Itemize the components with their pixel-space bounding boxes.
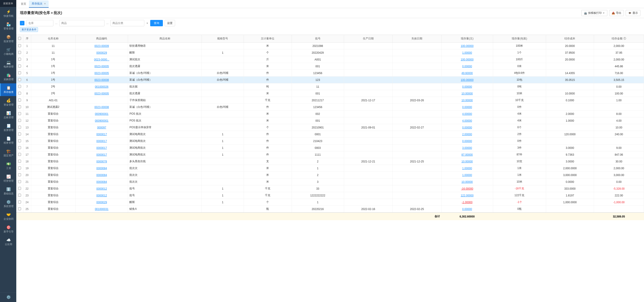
display-button[interactable]: 👁️ 显示	[626, 10, 640, 16]
sidebar-item-ecom[interactable]: 💻 电商管理	[0, 58, 16, 71]
row-checkbox-cell[interactable]	[16, 63, 23, 70]
row-checkbox-cell[interactable]	[16, 179, 23, 185]
row-checkbox[interactable]	[18, 160, 21, 163]
print-button[interactable]: 🖨️ 按模板打印 ▼	[581, 10, 607, 16]
sidebar-item-salary[interactable]: 💵 工资	[0, 160, 16, 172]
row-checkbox[interactable]	[18, 173, 21, 176]
row-checkbox[interactable]	[18, 78, 21, 81]
goods-filter[interactable]	[59, 20, 104, 26]
sidebar-item-inventory[interactable]: 📋 库存核查	[0, 83, 16, 96]
goods-ellipsis[interactable]: ...	[106, 22, 108, 25]
row-checkbox[interactable]	[18, 126, 21, 129]
row-checkbox-cell[interactable]	[16, 206, 23, 213]
row-checkbox-cell[interactable]	[16, 70, 23, 77]
sidebar-item-assets[interactable]: 🏗️ 固定资产	[0, 147, 16, 160]
warehouse-ellipsis[interactable]: ...	[55, 22, 58, 25]
sidebar-item-wholesale[interactable]: 📦 批发管理	[0, 33, 16, 45]
row-checkbox[interactable]	[18, 92, 21, 95]
row-cost: 2,000.0000	[546, 165, 594, 172]
row-checkbox-cell[interactable]	[16, 77, 23, 83]
row-checkbox-cell[interactable]	[16, 192, 23, 199]
row-checkbox[interactable]	[18, 71, 21, 74]
tab-home[interactable]: 首页	[18, 1, 29, 8]
row-checkbox[interactable]	[18, 139, 21, 142]
row-checkbox-cell[interactable]	[16, 124, 23, 131]
expand-conditions[interactable]: 展开更多条件	[20, 27, 38, 32]
warehouse-filter[interactable]	[26, 20, 54, 26]
sidebar-logo[interactable]: 搜索菜单	[0, 0, 16, 7]
row-qty-pkg: 100斤	[493, 56, 546, 63]
row-checkbox-cell[interactable]	[16, 97, 23, 104]
row-checkbox-cell[interactable]	[16, 199, 23, 206]
sidebar-item-ledger[interactable]: 📊 总账管理	[0, 109, 16, 121]
row-checkbox[interactable]	[18, 201, 21, 203]
row-checkbox-cell[interactable]	[16, 185, 23, 192]
select-all-checkbox[interactable]	[18, 37, 21, 40]
sidebar-item-tax[interactable]: 📄 税务管理	[0, 134, 16, 147]
row-checkbox-cell[interactable]	[16, 172, 23, 179]
sidebar-item-small-ecom[interactable]: 🛒 小额电商	[0, 45, 16, 58]
sidebar-item-collab[interactable]: 🤝 企业协同	[0, 210, 16, 223]
row-checkbox-cell[interactable]	[16, 165, 23, 172]
row-checkbox[interactable]	[18, 146, 21, 149]
category-dropdown-icon[interactable]: ▼	[146, 22, 148, 25]
sidebar-settings[interactable]: ⚙️	[0, 293, 16, 302]
search-button[interactable]: 查询	[150, 20, 163, 26]
row-prod-date: 2021-09-01	[344, 124, 392, 131]
filter-expand-arrow[interactable]: ›	[20, 21, 24, 25]
sidebar-item-retail[interactable]: 🏪 零售管理	[0, 20, 16, 33]
col-exp-date: 失效日期	[393, 35, 441, 43]
sidebar-item-system[interactable]: ⚙️ 系统管理	[0, 198, 16, 210]
row-checkbox-cell[interactable]	[16, 131, 23, 138]
row-prod-date	[344, 104, 392, 111]
row-checkbox-cell[interactable]	[16, 158, 23, 165]
row-checkbox-cell[interactable]	[16, 43, 23, 49]
row-checkbox[interactable]	[18, 132, 21, 135]
table-container[interactable]: 序 仓库名称 商品编码 商品名称 规格型号 主计量单位 批号 生产日期 失效日期…	[16, 35, 644, 302]
row-checkbox[interactable]	[18, 180, 21, 183]
sidebar-item-invoice[interactable]: 🧾 发票管理	[0, 121, 16, 134]
expand-btn[interactable]: 展开更多条件	[20, 27, 38, 32]
category-filter[interactable]	[110, 20, 144, 26]
row-qty-main: 0.00000	[441, 104, 493, 111]
sidebar-item-guide[interactable]: 🎯 新手引导	[0, 223, 16, 236]
row-checkbox[interactable]	[18, 112, 21, 115]
row-checkbox-cell[interactable]	[16, 151, 23, 158]
export-button[interactable]: 📤 导出	[609, 10, 624, 16]
row-checkbox[interactable]	[18, 194, 21, 197]
row-unit: 件	[244, 131, 292, 138]
row-checkbox[interactable]	[18, 105, 21, 108]
row-checkbox[interactable]	[18, 153, 21, 156]
row-name: 测试电商批次	[128, 131, 202, 138]
row-checkbox-cell[interactable]	[16, 49, 23, 56]
row-checkbox[interactable]	[18, 58, 21, 61]
row-warehouse: 置套综合	[31, 138, 75, 144]
row-checkbox-cell[interactable]	[16, 117, 23, 124]
row-checkbox[interactable]	[18, 51, 21, 54]
row-checkbox-cell[interactable]	[16, 144, 23, 151]
sidebar-item-cloud[interactable]: ☁️ 云应用	[0, 236, 16, 248]
row-checkbox-cell[interactable]	[16, 104, 23, 111]
row-checkbox-cell[interactable]	[16, 56, 23, 63]
sidebar-item-basic[interactable]: ℹ️ 基础信息	[0, 185, 16, 198]
row-checkbox-cell[interactable]	[16, 90, 23, 97]
sidebar-item-purchase[interactable]: 🛍️ 采购管理	[0, 71, 16, 83]
row-checkbox-cell[interactable]	[16, 138, 23, 144]
row-checkbox[interactable]	[18, 207, 21, 210]
row-checkbox[interactable]	[18, 167, 21, 170]
row-checkbox[interactable]	[18, 85, 21, 88]
sidebar-item-management[interactable]: 📈 经营管理	[0, 172, 16, 185]
sidebar-item-finance[interactable]: 💰 资金管理	[0, 96, 16, 109]
row-checkbox-cell[interactable]	[16, 83, 23, 90]
row-checkbox[interactable]	[18, 44, 21, 47]
tab-close-icon[interactable]: ✕	[44, 2, 46, 5]
row-checkbox-cell[interactable]	[16, 111, 23, 117]
setting-button[interactable]: 设置	[165, 20, 175, 26]
sidebar-item-quick-nav[interactable]: ⚡ 快捷导航	[0, 7, 16, 20]
row-checkbox[interactable]	[18, 99, 21, 101]
row-checkbox[interactable]	[18, 119, 21, 122]
tab-inventory-batch[interactable]: 库存批次 ✕	[29, 1, 49, 8]
row-checkbox[interactable]	[18, 65, 21, 68]
row-checkbox[interactable]	[18, 187, 21, 190]
row-amount: -1,000.00	[594, 199, 644, 206]
